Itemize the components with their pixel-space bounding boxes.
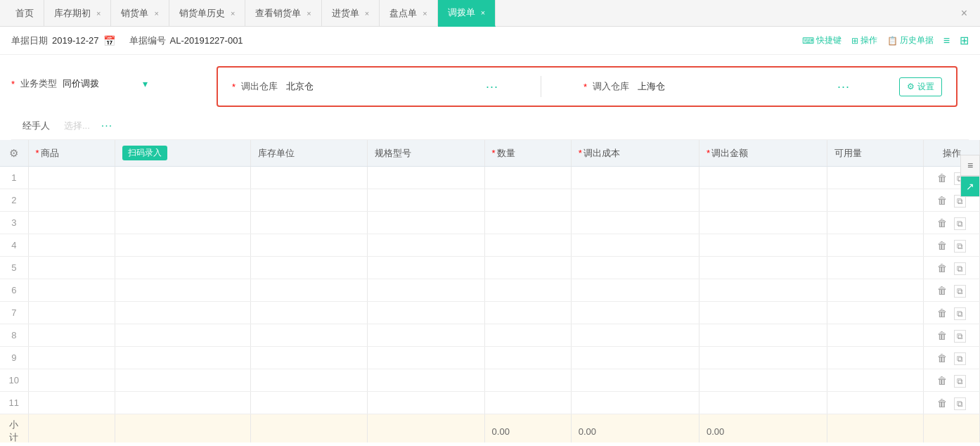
copy-icon[interactable]: ⧉ <box>954 307 966 320</box>
tab-sales-order-close[interactable]: × <box>154 9 158 18</box>
amount-cell[interactable] <box>699 392 827 414</box>
available-cell <box>827 189 924 212</box>
business-type-dropdown[interactable]: ▾ <box>138 78 152 89</box>
qty-cell[interactable] <box>484 302 571 324</box>
qty-cell[interactable] <box>484 392 571 414</box>
product-cell[interactable] <box>28 189 115 212</box>
shortcuts-button[interactable]: ⌨ 快捷键 <box>802 34 842 46</box>
delete-icon[interactable]: 🗑 <box>937 240 947 251</box>
delete-icon[interactable]: 🗑 <box>937 352 947 364</box>
copy-icon[interactable]: ⧉ <box>954 330 966 343</box>
copy-icon[interactable]: ⧉ <box>954 217 966 230</box>
view-toggle-list[interactable]: ≡ <box>943 34 950 47</box>
delete-icon[interactable]: 🗑 <box>937 172 947 184</box>
tab-transfer-close[interactable]: × <box>481 8 485 17</box>
cost-cell[interactable] <box>571 212 699 234</box>
cost-cell[interactable] <box>571 234 699 257</box>
cost-cell[interactable] <box>571 302 699 324</box>
product-cell[interactable] <box>28 302 115 324</box>
product-cell[interactable] <box>28 279 115 302</box>
amount-cell[interactable] <box>699 324 827 347</box>
view-toggle-grid[interactable]: ⊞ <box>960 34 969 47</box>
copy-icon[interactable]: ⧉ <box>954 285 966 298</box>
copy-icon[interactable]: ⧉ <box>954 397 966 410</box>
tab-sales-history-close[interactable]: × <box>231 9 235 18</box>
delete-icon[interactable]: 🗑 <box>937 307 947 319</box>
cost-cell[interactable] <box>571 392 699 414</box>
qty-cell[interactable] <box>484 189 571 212</box>
history-button[interactable]: 📋 历史单据 <box>887 34 934 46</box>
delete-icon[interactable]: 🗑 <box>937 195 947 206</box>
delete-icon[interactable]: 🗑 <box>937 217 947 229</box>
qty-cell[interactable] <box>484 167 571 189</box>
cost-cell[interactable] <box>571 324 699 347</box>
cost-cell[interactable] <box>571 369 699 392</box>
tab-purchase-order[interactable]: 进货单 × <box>322 0 380 27</box>
copy-icon[interactable]: ⧉ <box>954 375 966 388</box>
warehouse-in-value[interactable]: 上海仓 <box>638 80 665 93</box>
cost-cell[interactable] <box>571 167 699 189</box>
copy-icon[interactable]: ⧉ <box>954 262 966 275</box>
warehouse-in-more[interactable]: ··· <box>837 79 850 94</box>
table-gear-icon[interactable]: ⚙ <box>9 147 18 159</box>
tab-view-sales[interactable]: 查看销货单 × <box>245 0 321 27</box>
operations-button[interactable]: ⊞ 操作 <box>851 34 877 46</box>
delete-icon[interactable]: 🗑 <box>937 375 947 386</box>
settings-button[interactable]: ⚙ 设置 <box>899 77 942 96</box>
delete-icon[interactable]: 🗑 <box>937 397 947 409</box>
qty-cell[interactable] <box>484 257 571 279</box>
tab-inventory-init-close[interactable]: × <box>96 9 101 18</box>
warehouse-out-more[interactable]: ··· <box>486 79 498 94</box>
cost-cell[interactable] <box>571 189 699 212</box>
delete-icon[interactable]: 🗑 <box>937 262 947 274</box>
tab-purchase-order-close[interactable]: × <box>365 9 369 18</box>
qty-cell[interactable] <box>484 369 571 392</box>
scan-button[interactable]: 扫码录入 <box>122 146 167 160</box>
cost-cell[interactable] <box>571 279 699 302</box>
product-cell[interactable] <box>28 257 115 279</box>
cost-cell[interactable] <box>571 257 699 279</box>
product-cell[interactable] <box>28 324 115 347</box>
amount-cell[interactable] <box>699 369 827 392</box>
amount-cell[interactable] <box>699 212 827 234</box>
cost-cell[interactable] <box>571 347 699 369</box>
calendar-icon[interactable]: 📅 <box>103 35 115 46</box>
window-close-button[interactable]: × <box>954 7 974 20</box>
qty-cell[interactable] <box>484 212 571 234</box>
amount-cell[interactable] <box>699 302 827 324</box>
float-list-button[interactable]: ≡ <box>960 155 980 176</box>
float-external-button[interactable]: ↗ <box>960 176 980 197</box>
amount-cell[interactable] <box>699 347 827 369</box>
tab-view-sales-close[interactable]: × <box>307 9 311 18</box>
qty-cell[interactable] <box>484 234 571 257</box>
delete-icon[interactable]: 🗑 <box>937 285 947 296</box>
business-type-value[interactable]: 同价调拨 <box>63 77 133 90</box>
amount-cell[interactable] <box>699 189 827 212</box>
amount-cell[interactable] <box>699 167 827 189</box>
copy-icon[interactable]: ⧉ <box>954 240 966 253</box>
product-cell[interactable] <box>28 167 115 189</box>
product-cell[interactable] <box>28 369 115 392</box>
amount-cell[interactable] <box>699 234 827 257</box>
tab-sales-order[interactable]: 销货单 × <box>111 0 169 27</box>
amount-cell[interactable] <box>699 257 827 279</box>
product-cell[interactable] <box>28 392 115 414</box>
product-cell[interactable] <box>28 234 115 257</box>
handler-more[interactable]: ··· <box>101 120 112 132</box>
product-cell[interactable] <box>28 212 115 234</box>
amount-cell[interactable] <box>699 279 827 302</box>
delete-icon[interactable]: 🗑 <box>937 330 947 341</box>
qty-cell[interactable] <box>484 279 571 302</box>
tab-sales-history[interactable]: 销货单历史 × <box>169 0 245 27</box>
product-cell[interactable] <box>28 347 115 369</box>
handler-placeholder[interactable]: 选择... <box>64 120 90 132</box>
qty-cell[interactable] <box>484 347 571 369</box>
tab-inventory-init[interactable]: 库存期初 × <box>44 0 111 27</box>
warehouse-out-value[interactable]: 北京仓 <box>286 80 314 93</box>
tab-stocktake[interactable]: 盘点单 × <box>380 0 437 27</box>
tab-home[interactable]: 首页 <box>6 0 44 27</box>
copy-icon[interactable]: ⧉ <box>954 352 966 365</box>
qty-cell[interactable] <box>484 324 571 347</box>
tab-stocktake-close[interactable]: × <box>423 9 427 18</box>
tab-transfer[interactable]: 调拨单 × <box>438 0 496 27</box>
